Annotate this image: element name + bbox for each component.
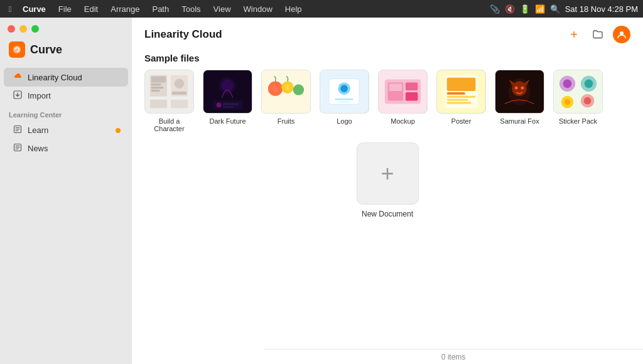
menu-help[interactable]: Help (283, 3, 305, 15)
sidebar-label-news: News (28, 144, 48, 153)
menu-view[interactable]: View (211, 3, 234, 15)
svg-rect-21 (223, 106, 234, 107)
learning-center-header: Learning Center (0, 105, 132, 121)
svg-point-19 (217, 102, 222, 107)
window: Curve Linearity Cloud Import Learning Ce… (0, 18, 643, 364)
thumb-fruits (261, 70, 311, 114)
apple-menu[interactable]:  (5, 4, 15, 14)
sidebar-label-import: Import (28, 91, 51, 100)
page-title: Linearity Cloud (144, 28, 222, 41)
sidebar-item-linearity-cloud[interactable]: Linearity Cloud (4, 68, 128, 87)
menubar:  Curve File Edit Arrange Path Tools Vie… (0, 0, 643, 18)
svg-point-58 (565, 99, 571, 105)
sidebar: Curve Linearity Cloud Import Learning Ce… (0, 18, 132, 364)
svg-rect-9 (151, 90, 160, 92)
file-name-sticker-pack: Sticker Pack (559, 117, 597, 125)
status-items-count: 0 items (441, 353, 466, 361)
file-name-mockup: Mockup (391, 117, 415, 125)
thumb-samurai-fox (495, 70, 544, 114)
svg-rect-20 (223, 103, 238, 105)
sidebar-label-learn: Learn (28, 126, 48, 135)
wifi-icon: 📶 (535, 4, 545, 14)
clock: Sat 18 Nov 4:28 PM (565, 4, 638, 14)
svg-point-60 (584, 97, 592, 105)
sidebar-item-learn[interactable]: Learn (4, 121, 128, 139)
menu-window[interactable]: Window (241, 3, 275, 15)
file-sticker-pack[interactable]: Sticker Pack (553, 70, 603, 132)
menu-file[interactable]: File (56, 3, 74, 15)
svg-point-25 (293, 84, 304, 95)
file-name-dark-future: Dark Future (209, 117, 246, 125)
file-fruits[interactable]: Fruits (261, 70, 311, 132)
menu-path[interactable]: Path (149, 3, 171, 15)
logo-icon (9, 41, 25, 58)
svg-point-26 (273, 85, 278, 92)
file-name-logo: Logo (337, 117, 352, 125)
svg-rect-33 (338, 102, 350, 103)
menu-arrange[interactable]: Arrange (108, 3, 142, 15)
svg-rect-52 (554, 70, 602, 113)
svg-point-27 (286, 84, 289, 90)
file-samurai-fox[interactable]: Samurai Fox (495, 70, 544, 132)
svg-point-56 (585, 80, 593, 88)
svg-rect-13 (150, 100, 167, 109)
svg-rect-12 (172, 92, 186, 95)
cloud-icon (13, 72, 23, 83)
sample-files-label: Sample files (132, 45, 643, 70)
svg-rect-42 (447, 78, 476, 91)
svg-point-11 (175, 79, 185, 89)
user-avatar[interactable] (613, 26, 630, 43)
svg-rect-8 (151, 87, 163, 88)
svg-rect-46 (447, 102, 472, 104)
file-poster[interactable]: Poster (436, 70, 486, 132)
new-document-plus-icon: + (381, 163, 394, 185)
news-icon (13, 143, 23, 154)
add-button[interactable]: + (565, 26, 583, 43)
learn-badge (116, 128, 121, 133)
file-name-fruits: Fruits (278, 117, 295, 125)
window-buttons (0, 25, 132, 41)
sidebar-item-news[interactable]: News (4, 139, 128, 158)
learn-icon (13, 125, 23, 136)
new-document-thumb: + (357, 142, 419, 205)
main-header: Linearity Cloud + (132, 18, 643, 45)
svg-point-54 (563, 80, 572, 88)
sidebar-item-import[interactable]: Import (4, 87, 128, 105)
file-mockup[interactable]: Mockup (378, 70, 428, 132)
sample-files-grid: Build a Character Dark Fut (132, 70, 643, 132)
paperclip-icon: 📎 (490, 4, 500, 14)
close-button[interactable] (8, 25, 15, 33)
thumb-logo (320, 70, 369, 114)
new-document-item[interactable]: + New Document (144, 142, 630, 218)
minimize-button[interactable] (19, 25, 27, 33)
menubar-right: 📎 🔇 🔋 📶 🔍 Sat 18 Nov 4:28 PM (490, 4, 638, 14)
menu-edit[interactable]: Edit (82, 3, 100, 15)
app-name: Curve (23, 4, 46, 14)
file-dark-future[interactable]: Dark Future (203, 70, 252, 132)
thumb-sticker-pack (553, 70, 603, 114)
svg-point-31 (340, 85, 348, 92)
folder-button[interactable] (589, 26, 607, 43)
thumb-poster (436, 70, 486, 114)
file-name-poster: Poster (451, 117, 472, 125)
file-logo[interactable]: Logo (320, 70, 369, 132)
file-build-a-character[interactable]: Build a Character (144, 70, 194, 132)
menu-tools[interactable]: Tools (179, 3, 203, 15)
import-icon (13, 90, 23, 101)
svg-point-51 (521, 87, 524, 90)
svg-rect-6 (151, 77, 166, 83)
maximize-button[interactable] (31, 25, 39, 33)
mute-icon: 🔇 (505, 4, 515, 14)
thumb-build-a-character (144, 70, 194, 114)
search-icon[interactable]: 🔍 (550, 4, 560, 14)
sidebar-label-cloud: Linearity Cloud (28, 73, 82, 82)
svg-point-3 (620, 31, 624, 35)
new-document-section: + New Document (132, 132, 643, 228)
new-document-label: New Document (362, 210, 413, 218)
file-name-samurai-fox: Samurai Fox (500, 117, 539, 125)
svg-rect-43 (447, 92, 465, 95)
svg-rect-39 (389, 83, 402, 91)
header-actions: + (565, 26, 630, 43)
svg-rect-14 (171, 100, 188, 109)
svg-rect-45 (447, 99, 468, 101)
